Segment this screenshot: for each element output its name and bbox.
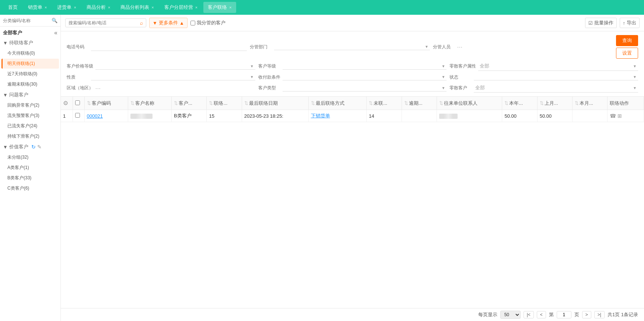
filter-customer-level-select[interactable]: ▼ bbox=[283, 63, 447, 70]
sidebar-search-input[interactable] bbox=[3, 18, 52, 23]
batch-operation-button[interactable]: ☑ 批量操作 bbox=[585, 18, 617, 28]
all-customers-label: 全部客户 bbox=[3, 30, 22, 36]
close-product-list-tab[interactable]: × bbox=[151, 5, 154, 10]
close-sales-tab[interactable]: × bbox=[45, 5, 47, 10]
sidebar-item-ungrouped[interactable]: 未分组(32) bbox=[1, 152, 59, 162]
search-icon[interactable]: ⌕ bbox=[140, 20, 143, 26]
sidebar-collapse-btn[interactable]: « bbox=[54, 30, 57, 36]
nav-home[interactable]: 首页 bbox=[4, 2, 22, 13]
export-button[interactable]: ↑ 导出 bbox=[620, 18, 640, 28]
value-group-refresh[interactable]: ↻ bbox=[31, 144, 36, 150]
filter-payment-label: 收付款条件 bbox=[258, 74, 280, 80]
page-suffix: 页 bbox=[574, 311, 579, 318]
first-page-button[interactable]: |< bbox=[524, 311, 534, 318]
close-customer-contact-tab[interactable]: × bbox=[229, 5, 231, 10]
filter-region-label: 区域（地区） bbox=[67, 85, 93, 91]
filter-status-select[interactable]: ▼ bbox=[474, 74, 638, 80]
nav-customer-contact[interactable]: 客户联络 × bbox=[203, 2, 236, 13]
filter-payment: 收付款条件 ▼ bbox=[258, 74, 447, 80]
chevron-down-icon-4: ▼ bbox=[633, 64, 637, 68]
filter-nature-label: 性质 bbox=[67, 74, 89, 80]
filter-panel: 电话号码 分管部门 ▼ 分管人员 ··· 查询 设置 bbox=[61, 31, 644, 97]
last-page-button[interactable]: >| bbox=[594, 311, 605, 318]
problem-group-title[interactable]: ▼ 问题客户 bbox=[0, 90, 60, 100]
row-checkbox[interactable] bbox=[75, 113, 80, 118]
search-box: ⌕ bbox=[65, 18, 146, 27]
filter-price-level-select[interactable]: ▼ bbox=[95, 63, 255, 70]
sidebar-item-overdue[interactable]: 逾期未联络(30) bbox=[1, 79, 59, 89]
sidebar-item-repurchase[interactable]: 回购异常客户(2) bbox=[1, 100, 59, 110]
filter-retail-customer-select[interactable]: 全部 ▼ bbox=[474, 83, 638, 93]
filter-region-dots[interactable]: ··· bbox=[95, 85, 101, 91]
row-contact-person bbox=[437, 110, 502, 122]
filter-nature-select[interactable]: ▼ bbox=[91, 74, 255, 80]
close-customer-tier-tab[interactable]: × bbox=[195, 5, 197, 10]
chevron-down-icon-9: ▼ bbox=[633, 86, 637, 90]
chevron-down-icon-3: ▼ bbox=[441, 64, 445, 68]
filter-customer-type-select[interactable]: ▼ bbox=[283, 85, 447, 92]
nav-product-analysis[interactable]: 商品分析 × bbox=[82, 2, 115, 13]
prev-page-button[interactable]: < bbox=[537, 311, 546, 318]
close-product-analysis-tab[interactable]: × bbox=[108, 5, 110, 10]
filter-retail-attr-label: 零散客户属性 bbox=[449, 63, 476, 69]
nav-sales[interactable]: 销货单 × bbox=[24, 2, 51, 13]
nav-product-list[interactable]: 商品分析列表 × bbox=[116, 2, 158, 13]
sidebar-search-icon[interactable]: 🔍 bbox=[52, 18, 57, 23]
filter-phone-input[interactable] bbox=[91, 43, 247, 51]
settings-button[interactable]: 设置 bbox=[616, 48, 638, 59]
filter-nature: 性质 ▼ bbox=[67, 74, 255, 80]
sidebar-item-week[interactable]: 近7天待联络(0) bbox=[1, 69, 59, 79]
filter-customer-type-label: 客户类型 bbox=[258, 85, 280, 91]
search-input[interactable] bbox=[69, 20, 139, 25]
filter-customer-level: 客户等级 ▼ bbox=[258, 63, 447, 70]
sidebar-item-type-c[interactable]: C类客户(6) bbox=[1, 183, 59, 193]
sidebar-item-today[interactable]: 今天待联络(0) bbox=[1, 48, 59, 58]
row-code[interactable]: 000021 bbox=[84, 110, 128, 122]
action-icons: ☎ ⊞ bbox=[610, 113, 641, 119]
sidebar-item-tomorrow[interactable]: 明天待联络(1) bbox=[1, 59, 59, 69]
row-this-year: 50.00 bbox=[502, 110, 537, 122]
filter-person-dots[interactable]: ··· bbox=[457, 44, 463, 50]
page-size-select[interactable]: 50 100 200 bbox=[500, 311, 521, 319]
more-filters-button[interactable]: ▼ 更多条件 ▲ bbox=[149, 18, 188, 28]
row-uncontacted: 14 bbox=[367, 110, 402, 122]
close-purchase-tab[interactable]: × bbox=[74, 5, 76, 10]
sidebar-item-declining[interactable]: 持续下滑客户(2) bbox=[1, 131, 59, 141]
filter-retail-attr-select[interactable]: 全部 ▼ bbox=[478, 62, 638, 71]
filter-customer-level-label: 客户等级 bbox=[258, 63, 280, 69]
pending-arrow: ▼ bbox=[3, 40, 8, 46]
chevron-down-icon-6: ▼ bbox=[441, 75, 445, 79]
filter-row-4: 区域（地区） ··· 客户类型 ▼ 零散客户 全部 ▼ bbox=[67, 83, 638, 93]
sidebar-item-churn-warning[interactable]: 流失预警客户(3) bbox=[1, 111, 59, 121]
filter-retail-customer: 零散客户 全部 ▼ bbox=[449, 83, 638, 93]
nav-customer-tier[interactable]: 客户分层经营 × bbox=[160, 2, 202, 13]
sidebar-item-type-a[interactable]: A类客户(1) bbox=[1, 163, 59, 173]
col-action: 联络动作 bbox=[608, 97, 644, 110]
my-customers-checkbox-label[interactable]: 我分管的客户 bbox=[190, 20, 225, 26]
filter-dept: 分管部门 ▼ bbox=[250, 44, 430, 50]
customer-table: ⚙ ⇅客户编码 ⇅客户名称 ⇅客户... ⇅联络... ⇅最后联络日期 ⇅最后联… bbox=[61, 97, 644, 122]
sidebar: 🔍 全部客户 « ▼ 待联络客户 今天待联络(0) 明天待联络(1) 近7天待联… bbox=[0, 15, 61, 321]
value-group-title[interactable]: ▼ 价值客户 ↻ ✎ bbox=[0, 142, 60, 152]
table-settings-icon[interactable]: ⚙ bbox=[63, 100, 68, 106]
filter-dept-select[interactable]: ▼ bbox=[274, 44, 430, 50]
next-page-button[interactable]: > bbox=[582, 311, 591, 318]
nav-purchase[interactable]: 进货单 × bbox=[53, 2, 80, 13]
pending-group-title[interactable]: ▼ 待联络客户 bbox=[0, 38, 60, 48]
select-all-checkbox[interactable] bbox=[75, 100, 80, 105]
page-size-label: 每页显示 bbox=[478, 311, 497, 318]
filter-phone: 电话号码 bbox=[67, 43, 247, 51]
filter-payment-select[interactable]: ▼ bbox=[283, 74, 447, 80]
page-input[interactable] bbox=[557, 311, 571, 318]
my-customers-checkbox[interactable] bbox=[190, 21, 195, 25]
blurred-contact-person bbox=[439, 114, 458, 119]
query-button[interactable]: 查询 bbox=[616, 35, 638, 46]
action-phone-icon[interactable]: ☎ bbox=[610, 113, 616, 119]
value-group-edit[interactable]: ✎ bbox=[37, 144, 42, 150]
action-grid-icon[interactable]: ⊞ bbox=[617, 113, 622, 119]
filter-price-level-label: 客户价格等级 bbox=[67, 63, 93, 69]
sidebar-item-churned[interactable]: 已流失客户(24) bbox=[1, 121, 59, 131]
row-last-method[interactable]: 下销货单 bbox=[308, 110, 367, 122]
sidebar-item-type-b[interactable]: B类客户(33) bbox=[1, 173, 59, 183]
filter-price-level: 客户价格等级 ▼ bbox=[67, 63, 255, 70]
